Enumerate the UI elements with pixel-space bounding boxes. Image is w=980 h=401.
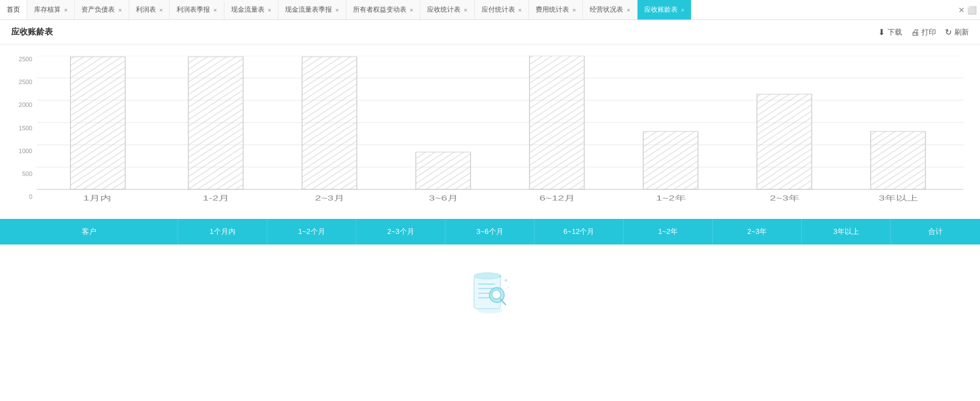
tab-profit-quarterly[interactable]: 利润表季报 × xyxy=(170,0,224,20)
bar-7 xyxy=(757,94,811,189)
y-label-0: 0 xyxy=(17,193,32,200)
download-button[interactable]: ⬇ 下载 xyxy=(878,27,902,37)
tab-balance[interactable]: 资产负债表 × xyxy=(75,0,129,20)
tab-equity-close[interactable]: × xyxy=(410,7,413,13)
x-label-3: 2~3月 xyxy=(315,194,345,202)
y-label-2500b: 2500 xyxy=(17,56,32,62)
col-6-12month: 6~12个月 xyxy=(535,219,624,244)
tab-inventory[interactable]: 库存核算 × xyxy=(27,0,75,20)
tab-bar: 首页 库存核算 × 资产负债表 × 利润表 × 利润表季报 × 现金流量表 × … xyxy=(0,0,980,20)
tab-expense-stats[interactable]: 费用统计表 × xyxy=(529,0,583,20)
tab-ap-stats-close[interactable]: × xyxy=(518,7,522,13)
tab-profit[interactable]: 利润表 × xyxy=(129,0,170,20)
svg-point-11 xyxy=(474,273,500,279)
tab-profit-quarterly-label: 利润表季报 xyxy=(177,5,210,14)
svg-line-18 xyxy=(501,299,506,305)
refresh-label: 刷新 xyxy=(954,27,969,37)
bar-5 xyxy=(530,56,584,189)
col-1-2year: 1~2年 xyxy=(624,219,713,244)
tab-cashflow[interactable]: 现金流量表 × xyxy=(224,0,278,20)
bar-3 xyxy=(302,57,357,189)
empty-state: ✦ xyxy=(0,244,980,339)
svg-point-19 xyxy=(504,279,507,282)
svg-point-20 xyxy=(507,286,509,288)
x-label-8: 3年以上 xyxy=(879,194,918,202)
svg-point-17 xyxy=(492,290,501,299)
y-label-2000: 2000 xyxy=(17,101,32,108)
col-2-3year: 2~3年 xyxy=(713,219,802,244)
col-total: 合计 xyxy=(891,219,980,244)
x-label-7: 2~3年 xyxy=(770,194,800,202)
y-label-2500a: 2500 xyxy=(17,79,32,85)
tab-ar-stats-label: 应收统计表 xyxy=(427,5,460,14)
svg-text:✦: ✦ xyxy=(498,274,502,279)
download-label: 下载 xyxy=(888,27,902,37)
chart-area: 0 500 1000 1500 2000 2500 2500 xyxy=(0,45,980,219)
print-button[interactable]: 🖨 打印 xyxy=(911,27,936,37)
download-icon: ⬇ xyxy=(878,27,885,37)
tab-ar-stats-close[interactable]: × xyxy=(464,7,467,13)
x-label-2: 1-2月 xyxy=(203,194,229,202)
tab-ar-aging[interactable]: 应收账龄表 × xyxy=(638,0,692,20)
chart-svg: 1月内 1-2月 2~3月 3~6月 6~12月 1~2年 2~3年 3年以上 xyxy=(37,56,963,212)
y-label-1000: 1000 xyxy=(17,148,32,154)
chart-wrapper: 0 500 1000 1500 2000 2500 2500 xyxy=(17,56,963,213)
tab-balance-close[interactable]: × xyxy=(118,7,121,13)
tab-profit-quarterly-close[interactable]: × xyxy=(213,7,217,13)
tab-expense-stats-close[interactable]: × xyxy=(572,7,576,13)
tab-profit-label: 利润表 xyxy=(136,5,156,14)
x-label-5: 6~12月 xyxy=(540,194,575,202)
x-label-6: 1~2年 xyxy=(656,194,685,202)
header-actions: ⬇ 下载 🖨 打印 ↻ 刷新 xyxy=(878,27,969,37)
bar-8 xyxy=(871,131,925,189)
tab-inventory-close[interactable]: × xyxy=(64,7,67,13)
tab-operating-label: 经营状况表 xyxy=(590,5,623,14)
x-label-4: 3~6月 xyxy=(429,194,458,202)
col-3year-plus: 3年以上 xyxy=(802,219,891,244)
window-maximize-btn[interactable]: ⬜ xyxy=(968,6,976,14)
bar-6 xyxy=(643,131,698,189)
tab-ap-stats[interactable]: 应付统计表 × xyxy=(475,0,529,20)
tab-ar-stats[interactable]: 应收统计表 × xyxy=(420,0,474,20)
chart-inner: 1月内 1-2月 2~3月 3~6月 6~12月 1~2年 2~3年 3年以上 xyxy=(37,56,963,213)
bar-2 xyxy=(188,57,243,189)
empty-icon: ✦ xyxy=(462,267,518,317)
tab-cashflow-quarterly-label: 现金流量表季报 xyxy=(285,5,332,14)
table-header: 客户 1个月内 1~2个月 2~3个月 3~6个月 6~12个月 1~2年 2~… xyxy=(0,219,980,244)
tab-home-label: 首页 xyxy=(7,5,20,14)
tab-inventory-label: 库存核算 xyxy=(34,5,61,14)
tab-cashflow-close[interactable]: × xyxy=(268,7,271,13)
y-axis: 0 500 1000 1500 2000 2500 2500 xyxy=(17,56,37,213)
tab-balance-label: 资产负债表 xyxy=(81,5,115,14)
y-label-500: 500 xyxy=(17,170,32,177)
tab-equity-label: 所有者权益变动表 xyxy=(353,5,406,14)
tab-cashflow-quarterly[interactable]: 现金流量表季报 × xyxy=(278,0,346,20)
col-customer: 客户 xyxy=(0,219,178,244)
refresh-icon: ↻ xyxy=(945,27,952,37)
tab-equity[interactable]: 所有者权益变动表 × xyxy=(346,0,420,20)
tab-expense-stats-label: 费用统计表 xyxy=(536,5,569,14)
print-label: 打印 xyxy=(922,27,936,37)
tab-operating-close[interactable]: × xyxy=(626,7,630,13)
page-header: 应收账龄表 ⬇ 下载 🖨 打印 ↻ 刷新 xyxy=(0,20,980,45)
tab-home[interactable]: 首页 xyxy=(0,0,27,20)
tab-ap-stats-label: 应付统计表 xyxy=(482,5,515,14)
col-2-3month: 2~3个月 xyxy=(356,219,445,244)
bar-1 xyxy=(71,57,125,189)
y-label-1500: 1500 xyxy=(17,125,32,131)
window-close-btn[interactable]: ✕ xyxy=(958,6,966,14)
tab-ar-aging-close[interactable]: × xyxy=(681,7,684,13)
main-content: 0 500 1000 1500 2000 2500 2500 xyxy=(0,45,980,401)
page-title: 应收账龄表 xyxy=(11,27,53,37)
tab-cashflow-quarterly-close[interactable]: × xyxy=(335,7,339,13)
tab-profit-close[interactable]: × xyxy=(159,7,163,13)
x-label-1: 1月内 xyxy=(83,194,111,202)
col-3-6month: 3~6个月 xyxy=(445,219,535,244)
tab-bar-right: ✕ ⬜ xyxy=(958,6,980,14)
refresh-button[interactable]: ↻ 刷新 xyxy=(945,27,969,37)
bar-4 xyxy=(416,152,471,189)
tab-ar-aging-label: 应收账龄表 xyxy=(644,5,678,14)
tab-operating[interactable]: 经营状况表 × xyxy=(583,0,637,20)
col-1-2month: 1~2个月 xyxy=(267,219,356,244)
print-icon: 🖨 xyxy=(911,27,919,37)
